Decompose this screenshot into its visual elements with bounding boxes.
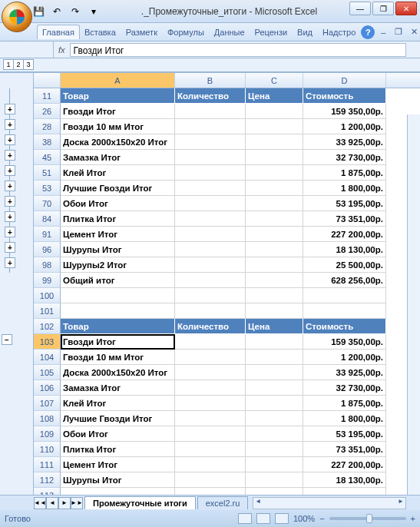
cell[interactable]	[61, 303, 175, 319]
cell[interactable]: Шурупы2 Итог	[61, 257, 175, 273]
cell[interactable]: Обои Итог	[61, 196, 175, 211]
cell[interactable]: 33 925,00р.	[303, 365, 386, 380]
cell[interactable]: Цена	[246, 88, 303, 104]
cell[interactable]: Общий итог	[61, 273, 175, 288]
row-header[interactable]: 45	[34, 150, 61, 165]
cell[interactable]: Клей Итог	[61, 165, 175, 181]
cell[interactable]	[175, 442, 246, 457]
cell[interactable]	[246, 150, 303, 165]
view-layout-icon[interactable]	[256, 513, 270, 524]
cell[interactable]	[246, 288, 303, 303]
cell[interactable]: Лучшие Гвозди Итог	[61, 181, 175, 196]
vertical-scrollbar[interactable]	[407, 114, 420, 495]
cell[interactable]	[303, 303, 386, 319]
cell[interactable]: Шурупы Итог	[61, 242, 175, 257]
row-header[interactable]: 111	[34, 457, 61, 472]
cell[interactable]: 1 200,00р.	[303, 350, 386, 365]
tab-view[interactable]: Вид	[293, 25, 318, 39]
cell[interactable]	[175, 196, 246, 211]
tab-data[interactable]: Данные	[210, 25, 250, 39]
outline-expand-icon[interactable]: +	[5, 150, 15, 161]
zoom-out-icon[interactable]: −	[319, 514, 324, 523]
sheet-nav-prev[interactable]: ◄	[46, 497, 58, 509]
name-box[interactable]	[0, 41, 54, 58]
cell[interactable]	[246, 457, 303, 472]
cell[interactable]	[175, 273, 246, 288]
outline-expand-icon[interactable]: +	[5, 196, 15, 207]
cell[interactable]	[175, 181, 246, 196]
outline-collapse-icon[interactable]: −	[2, 334, 12, 345]
row-header[interactable]: 100	[34, 288, 61, 303]
cell[interactable]: 73 351,00р.	[303, 211, 386, 227]
cell[interactable]: 1 800,00р.	[303, 181, 386, 196]
row-header[interactable]: 51	[34, 165, 61, 181]
outline-level-1[interactable]: 1	[3, 59, 14, 70]
row-header[interactable]: 109	[34, 426, 61, 442]
cell[interactable]	[175, 472, 246, 488]
undo-icon[interactable]: ↶	[49, 4, 64, 19]
outline-level-3[interactable]: 3	[23, 59, 34, 70]
cell[interactable]	[303, 488, 386, 495]
cell[interactable]: Цемент Итог	[61, 227, 175, 242]
row-header[interactable]: 112	[34, 472, 61, 488]
sheet-tab-active[interactable]: Промежуточные итоги	[84, 496, 196, 509]
cell[interactable]: 32 730,00р.	[303, 150, 386, 165]
cell[interactable]: 1 875,00р.	[303, 396, 386, 411]
cell[interactable]: Гвозди 10 мм Итог	[61, 350, 175, 365]
ribbon-restore-icon[interactable]: ❐	[392, 25, 405, 39]
row-header[interactable]: 70	[34, 196, 61, 211]
cell[interactable]: Товар	[61, 319, 175, 334]
row-header[interactable]: 103	[34, 334, 61, 350]
row-header[interactable]: 99	[34, 273, 61, 288]
row-header[interactable]: 113	[34, 488, 61, 495]
cell[interactable]	[175, 457, 246, 472]
cell[interactable]	[246, 426, 303, 442]
cell[interactable]	[246, 227, 303, 242]
row-header[interactable]: 108	[34, 411, 61, 426]
cell[interactable]	[175, 303, 246, 319]
cell[interactable]: Количество	[175, 319, 246, 334]
cell[interactable]: 628 256,00р.	[303, 273, 386, 288]
ribbon-min-icon[interactable]: –	[376, 25, 390, 39]
cell[interactable]: 53 195,00р.	[303, 426, 386, 442]
tab-review[interactable]: Рецензи	[250, 25, 293, 39]
cell[interactable]	[175, 150, 246, 165]
zoom-slider[interactable]	[329, 517, 406, 520]
cell[interactable]: Замазка Итог	[61, 380, 175, 396]
cell[interactable]: 25 500,00р.	[303, 257, 386, 273]
cell[interactable]: 32 730,00р.	[303, 380, 386, 396]
horizontal-scrollbar[interactable]	[253, 497, 406, 509]
close-button[interactable]: ✕	[395, 2, 417, 15]
col-header-c[interactable]: C	[246, 73, 303, 88]
cell[interactable]	[175, 488, 246, 495]
outline-expand-icon[interactable]: +	[5, 181, 15, 191]
cell[interactable]: 159 350,00р.	[303, 334, 386, 350]
row-header[interactable]: 26	[34, 104, 61, 119]
cell[interactable]	[246, 411, 303, 426]
cell[interactable]: Гвозди 10 мм Итог	[61, 119, 175, 134]
formula-input[interactable]: Гвозди Итог	[70, 43, 406, 57]
cell[interactable]	[246, 303, 303, 319]
cell[interactable]: 159 350,00р.	[303, 104, 386, 119]
cell[interactable]: 18 130,00р.	[303, 242, 386, 257]
outline-expand-icon[interactable]: +	[5, 242, 15, 253]
outline-expand-icon[interactable]: +	[5, 134, 15, 145]
row-header[interactable]: 53	[34, 181, 61, 196]
help-icon[interactable]: ?	[361, 25, 375, 39]
ribbon-close-icon[interactable]: ✕	[407, 25, 420, 39]
cell[interactable]: Клей Итог	[61, 396, 175, 411]
zoom-in-icon[interactable]: +	[411, 514, 415, 523]
cell[interactable]	[175, 426, 246, 442]
row-header[interactable]: 11	[34, 88, 61, 104]
outline-expand-icon[interactable]: +	[5, 104, 15, 114]
cell[interactable]	[175, 227, 246, 242]
cell[interactable]	[175, 211, 246, 227]
cell[interactable]	[246, 196, 303, 211]
tab-home[interactable]: Главная	[37, 25, 80, 39]
tab-insert[interactable]: Вставка	[80, 25, 121, 39]
cell[interactable]: Доска 2000х150х20 Итог	[61, 134, 175, 150]
cell[interactable]: Обои Итог	[61, 426, 175, 442]
sheet-nav-next[interactable]: ►	[58, 497, 71, 509]
cell[interactable]	[175, 165, 246, 181]
cell[interactable]: 227 200,00р.	[303, 227, 386, 242]
